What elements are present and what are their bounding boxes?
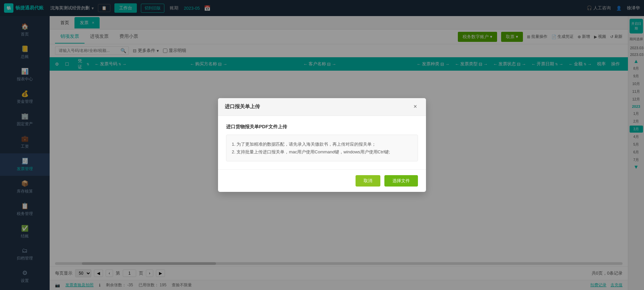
modal-info-item-2: 2. 支持批量上传进口报关单，mac用户使用Command键，windows用户…	[232, 148, 412, 156]
modal-header: 进口报关单上传 ×	[218, 98, 426, 116]
modal-cancel-button[interactable]: 取消	[356, 175, 380, 187]
modal-info-item-1: 1. 为了更加精准的数据匹配，请先录入海关缴款书，再上传对应的报关单；	[232, 140, 412, 148]
select-file-button[interactable]: 选择文件	[384, 175, 418, 187]
import-customs-modal: 进口报关单上传 × 进口货物报关单PDF文件上传 1. 为了更加精准的数据匹配，…	[218, 98, 426, 192]
modal-title: 进口报关单上传	[225, 103, 260, 110]
modal-body: 进口货物报关单PDF文件上传 1. 为了更加精准的数据匹配，请先录入海关缴款书，…	[218, 116, 426, 170]
modal-footer: 取消 选择文件	[218, 169, 426, 192]
modal-info-box: 1. 为了更加精准的数据匹配，请先录入海关缴款书，再上传对应的报关单； 2. 支…	[226, 135, 418, 162]
modal-section-title: 进口货物报关单PDF文件上传	[226, 124, 418, 130]
modal-overlay[interactable]: 进口报关单上传 × 进口货物报关单PDF文件上传 1. 为了更加精准的数据匹配，…	[0, 0, 644, 290]
modal-close-button[interactable]: ×	[411, 103, 419, 111]
